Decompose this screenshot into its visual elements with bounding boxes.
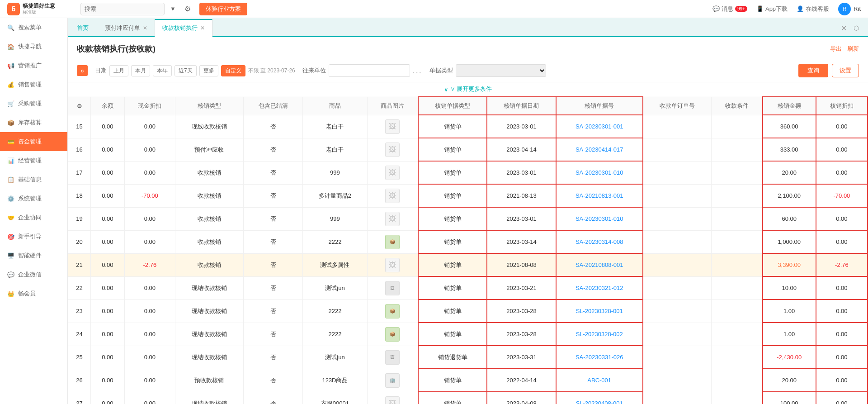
date-prev-month-btn[interactable]: 上月 bbox=[109, 65, 128, 76]
settings-btn[interactable]: 设置 bbox=[832, 64, 859, 77]
row-receipt-bill-no[interactable]: SA-20230301-010 bbox=[556, 161, 643, 184]
sidebar-item-guide[interactable]: 🎯 新手引导 bbox=[0, 227, 67, 246]
row-include-settled: 否 bbox=[243, 253, 303, 276]
app-download-btn[interactable]: 📱 App下载 bbox=[756, 5, 788, 13]
date-this-year-btn[interactable]: 本年 bbox=[153, 65, 172, 76]
col-product-image-header: 商品图片 bbox=[367, 97, 418, 115]
tab-collection-close[interactable]: ✕ bbox=[200, 25, 205, 31]
date-more-btn[interactable]: 更多 bbox=[199, 65, 218, 76]
gear-btn[interactable]: ⚙ bbox=[181, 3, 194, 15]
message-btn[interactable]: 💬 消息 99+ bbox=[712, 5, 747, 13]
sidebar-item-system[interactable]: ⚙️ 系统管理 bbox=[0, 189, 67, 208]
col-collection-order-header: 收款单订单号 bbox=[643, 97, 711, 115]
bill-no-link[interactable]: SL-20230408-001 bbox=[576, 400, 623, 404]
date-7days-btn[interactable]: 近7天 bbox=[175, 65, 197, 76]
refresh-btn[interactable]: 刷新 bbox=[847, 45, 859, 53]
row-id: 17 bbox=[68, 161, 91, 184]
row-receipt-bill-no[interactable]: SA-20230301-010 bbox=[556, 207, 643, 230]
row-collection-order-no bbox=[643, 207, 711, 230]
row-product: 测试多属性 bbox=[303, 253, 367, 276]
dropdown-btn[interactable]: ▼ bbox=[170, 5, 176, 12]
tab-prepay-close[interactable]: ✕ bbox=[143, 25, 147, 31]
row-receipt-bill-no[interactable]: SA-20230301-001 bbox=[556, 115, 643, 138]
bill-no-link[interactable]: SA-20230331-026 bbox=[576, 354, 623, 361]
sidebar-item-collab[interactable]: 🤝 企业协同 bbox=[0, 208, 67, 227]
bill-no-link[interactable]: SA-20230301-010 bbox=[576, 169, 623, 176]
sidebar-item-search[interactable]: 🔍 搜索菜单 bbox=[0, 18, 67, 37]
expand-tab-btn[interactable]: ⬡ bbox=[852, 24, 861, 33]
bill-no-link[interactable]: ABC-001 bbox=[587, 377, 611, 384]
row-product-image: 🖼 bbox=[367, 115, 418, 138]
sidebar-item-member[interactable]: 👑 畅会员 bbox=[0, 284, 67, 303]
sidebar-item-finance[interactable]: 💳 资金管理 bbox=[0, 132, 67, 151]
user-avatar[interactable]: R Rit bbox=[838, 3, 861, 15]
row-product-image: 🖼 bbox=[367, 276, 418, 299]
row-receipt-bill-no[interactable]: SA-20230314-008 bbox=[556, 230, 643, 253]
receipt-type-label: 单据类型 bbox=[429, 67, 453, 75]
row-receipt-bill-no[interactable]: SA-20230321-012 bbox=[556, 276, 643, 299]
filter-expand-btn[interactable]: » bbox=[77, 65, 88, 76]
tab-prepay[interactable]: 预付冲应付单 ✕ bbox=[98, 20, 155, 36]
page-title: 收款核销执行(按收款) bbox=[77, 43, 156, 54]
tab-home[interactable]: 首页 bbox=[68, 20, 98, 36]
query-btn[interactable]: 查询 bbox=[798, 64, 828, 77]
bill-no-link[interactable]: SA-20210808-001 bbox=[576, 261, 623, 268]
table-row: 19 0.00 0.00 收款核销 否 999 🖼 销货单 2023-03-01… bbox=[68, 207, 868, 230]
wechat-icon: 💬 bbox=[7, 271, 14, 278]
bill-no-link[interactable]: SA-20210813-001 bbox=[576, 192, 623, 199]
inventory-icon: 📦 bbox=[7, 119, 14, 126]
industry-btn[interactable]: 休验行业方案 bbox=[199, 3, 247, 15]
sidebar-item-hardware[interactable]: 🖥️ 智能硬件 bbox=[0, 246, 67, 265]
bill-no-link[interactable]: SA-20230314-008 bbox=[576, 238, 623, 245]
date-this-month-btn[interactable]: 本月 bbox=[131, 65, 150, 76]
bill-no-link[interactable]: SA-20230321-012 bbox=[576, 285, 623, 291]
row-collection-order-no bbox=[643, 369, 711, 392]
sidebar-item-purchase[interactable]: 🛒 采购管理 bbox=[0, 94, 67, 113]
online-service-btn[interactable]: 👤 在线客服 bbox=[797, 5, 829, 13]
row-write-off-discount: 0.00 bbox=[816, 115, 868, 138]
sidebar-item-inventory[interactable]: 📦 库存核算 bbox=[0, 113, 67, 132]
row-product-image: 🖼 bbox=[367, 392, 418, 404]
row-receipt-bill-no[interactable]: SL-20230408-001 bbox=[556, 392, 643, 404]
row-receipt-bill-type: 销货单 bbox=[418, 115, 487, 138]
row-receipt-bill-date: 2023-03-28 bbox=[487, 323, 556, 346]
sidebar-item-marketing[interactable]: 📢 营销推广 bbox=[0, 56, 67, 75]
table-settings-icon[interactable]: ⚙ bbox=[77, 103, 82, 109]
row-receipt-bill-no[interactable]: SA-20210813-001 bbox=[556, 184, 643, 207]
row-receipt-bill-date: 2023-03-28 bbox=[487, 299, 556, 323]
row-write-off-type: 现结收款核销 bbox=[175, 392, 244, 404]
date-custom-btn[interactable]: 自定义 bbox=[221, 65, 245, 76]
bill-no-link[interactable]: SL-20230328-002 bbox=[576, 331, 623, 337]
row-collection-order-no bbox=[643, 323, 711, 346]
row-receipt-bill-no[interactable]: SA-20230414-017 bbox=[556, 138, 643, 161]
sidebar-item-wechat[interactable]: 💬 企业微信 bbox=[0, 265, 67, 284]
bill-no-link[interactable]: SA-20230414-017 bbox=[576, 146, 623, 153]
close-all-btn[interactable]: ✕ bbox=[839, 24, 848, 33]
bill-no-link[interactable]: SA-20230301-001 bbox=[576, 123, 623, 130]
sidebar-item-operations[interactable]: 📊 经营管理 bbox=[0, 151, 67, 170]
sidebar-item-basic[interactable]: 📋 基础信息 bbox=[0, 170, 67, 189]
sidebar-item-sales[interactable]: 💰 销售管理 bbox=[0, 75, 67, 94]
search-input[interactable] bbox=[80, 3, 165, 15]
expand-conditions-btn[interactable]: ∨ ∨ 展开更多条件 bbox=[444, 85, 492, 93]
row-receipt-bill-no[interactable]: SA-20210808-001 bbox=[556, 253, 643, 276]
row-balance: 0.00 bbox=[91, 138, 125, 161]
receipt-type-select[interactable] bbox=[456, 64, 546, 77]
row-receipt-bill-type: 销货单 bbox=[418, 299, 487, 323]
row-receipt-bill-date: 2023-03-21 bbox=[487, 276, 556, 299]
sidebar-item-nav[interactable]: 🏠 快捷导航 bbox=[0, 37, 67, 56]
tab-collection[interactable]: 收款核销执行 ✕ bbox=[155, 19, 212, 37]
row-receipt-bill-date: 2023-04-08 bbox=[487, 392, 556, 404]
export-btn[interactable]: 导出 bbox=[830, 45, 842, 53]
bill-no-link[interactable]: SL-20230328-001 bbox=[576, 308, 623, 314]
counterparty-input[interactable] bbox=[329, 64, 410, 77]
row-receipt-bill-no[interactable]: SL-20230328-002 bbox=[556, 323, 643, 346]
row-receipt-bill-no[interactable]: SL-20230328-001 bbox=[556, 299, 643, 323]
col-write-off-type-header: 核销类型 bbox=[175, 97, 244, 115]
row-receipt-bill-no[interactable]: ABC-001 bbox=[556, 369, 643, 392]
bill-no-link[interactable]: SA-20230301-010 bbox=[576, 215, 623, 222]
member-icon: 👑 bbox=[7, 290, 14, 297]
row-include-settled: 否 bbox=[243, 115, 303, 138]
row-receipt-bill-no[interactable]: SA-20230331-026 bbox=[556, 346, 643, 369]
user-name: Rit bbox=[854, 5, 861, 12]
